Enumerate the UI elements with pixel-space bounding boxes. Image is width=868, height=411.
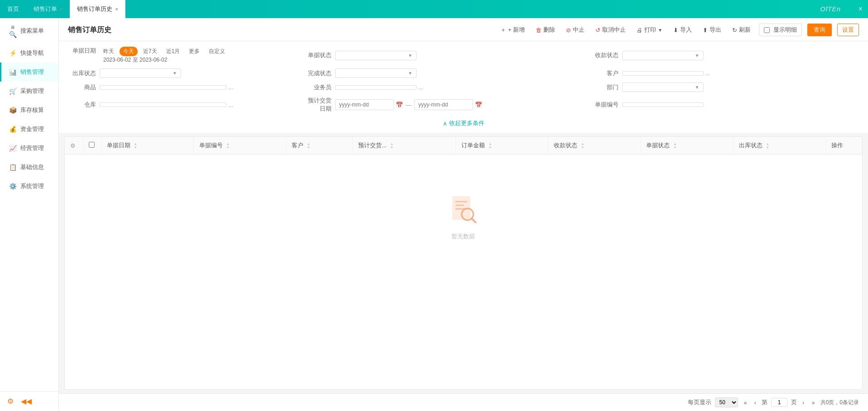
tab-sales-order-history[interactable]: 销售订单历史 × [70, 0, 125, 18]
sort-order-no-icon[interactable]: ▲▼ [226, 142, 230, 150]
table-settings-icon[interactable]: ⚙ [70, 142, 76, 149]
cancel-stop-icon: ↺ [595, 27, 600, 34]
cancel-stop-button[interactable]: ↺ 取消中止 [593, 24, 628, 36]
date-tab-yesterday[interactable]: 昨天 [100, 47, 118, 56]
filter-row-2: 出库状态 ▼ 完成状态 ▼ 客户 ... [68, 68, 859, 78]
department-select[interactable]: ▼ [622, 82, 704, 92]
sidebar-item-system-label: 系统管理 [20, 182, 44, 190]
tab-sales-order-history-close[interactable]: × [115, 6, 118, 12]
delivery-status-select[interactable]: ▼ [100, 68, 181, 78]
warehouse-input[interactable] [100, 102, 226, 107]
stop-icon: ⊘ [566, 27, 571, 34]
order-no-input[interactable] [622, 102, 704, 107]
customer-input[interactable] [622, 71, 704, 76]
th-delivery-status: 出库状态 ▲▼ [733, 137, 825, 155]
tab-home[interactable]: 首页 [0, 0, 26, 18]
table-header-row: ⚙ 单据日期 ▲▼ 单据编号 ▲▼ [65, 137, 862, 155]
salesperson-input[interactable] [335, 85, 417, 90]
th-checkbox [83, 137, 101, 155]
query-button[interactable]: 查询 [807, 24, 832, 36]
print-button[interactable]: 🖨 打印 ▼ [634, 24, 665, 36]
collapse-button[interactable]: ∧ 收起更多条件 [68, 117, 859, 127]
customer-ellipsis[interactable]: ... [704, 70, 712, 77]
sidebar-item-search-menu[interactable]: ≡🔍 搜索菜单 [0, 18, 58, 44]
sidebar-item-inventory[interactable]: 📦 库存核算 [0, 101, 58, 120]
date-tab-more[interactable]: 更多 [185, 47, 203, 56]
settings-button[interactable]: 设置 [837, 24, 859, 36]
sort-date-icon[interactable]: ▲▼ [134, 142, 137, 150]
date-from-input[interactable] [335, 99, 394, 110]
select-all-checkbox[interactable] [89, 142, 95, 148]
sidebar-collapse-icon[interactable]: ◀◀ [21, 397, 32, 406]
page-input[interactable] [771, 398, 787, 407]
last-page-button[interactable]: » [810, 398, 816, 407]
display-detail-checkbox[interactable] [764, 27, 770, 33]
sidebar-item-quick-nav[interactable]: ⚡ 快捷导航 [0, 44, 58, 63]
per-page-select[interactable]: 20 50 100 [715, 397, 738, 407]
import-button[interactable]: ⬇ 导入 [671, 24, 695, 36]
table-container: ⚙ 单据日期 ▲▼ 单据编号 ▲▼ [64, 136, 863, 390]
new-button[interactable]: ＋ + 新增 [498, 24, 528, 36]
th-expected-date-label: 预计交货... [358, 142, 387, 149]
collapse-up-icon: ∧ [443, 120, 447, 127]
tab-sales-order-close[interactable]: × [60, 6, 62, 12]
sidebar-item-basic-info[interactable]: 📋 基础信息 [0, 158, 58, 177]
sidebar-item-sales-mgmt[interactable]: 📊 销售管理 [0, 63, 58, 82]
inventory-icon: 📦 [9, 106, 17, 114]
product-ellipsis[interactable]: ... [226, 84, 235, 91]
per-page-label: 每页显示 [688, 398, 711, 406]
sort-order-status-icon[interactable]: ▲▼ [673, 142, 677, 150]
new-label: + 新增 [508, 26, 525, 34]
date-tabs: 昨天 今天 近7天 近1月 更多 自定义 [100, 47, 229, 56]
th-expected-date: 预计交货... ▲▼ [352, 137, 456, 155]
salesperson-ellipsis[interactable]: ... [417, 84, 425, 91]
next-page-button[interactable]: › [801, 398, 806, 407]
sidebar-item-operations[interactable]: 📈 经营管理 [0, 139, 58, 158]
receipt-status-label: 收款状态 [590, 51, 622, 59]
sidebar-item-finance[interactable]: 💰 资金管理 [0, 120, 58, 139]
filter-row-3: 商品 ... 业务员 ... 部门 ▼ [68, 82, 859, 92]
export-button[interactable]: ⬆ 导出 [700, 24, 724, 36]
product-input[interactable] [100, 85, 226, 90]
warehouse-label: 仓库 [68, 101, 100, 109]
date-tab-1month[interactable]: 近1月 [163, 47, 184, 56]
empty-cell: 暂无数据 [65, 155, 862, 277]
topbar-close-button[interactable]: × [858, 5, 863, 13]
delete-button[interactable]: 🗑 删除 [533, 24, 558, 36]
sidebar-settings-icon[interactable]: ⚙ [7, 397, 14, 406]
refresh-button[interactable]: ↻ 刷新 [729, 24, 753, 36]
stop-button[interactable]: ⊘ 中止 [563, 24, 587, 36]
sort-receipt-status-icon[interactable]: ▲▼ [581, 142, 585, 150]
sort-delivery-status-icon[interactable]: ▲▼ [766, 142, 769, 150]
date-tab-custom[interactable]: 自定义 [205, 47, 229, 56]
sort-expected-date-icon[interactable]: ▲▼ [390, 142, 393, 150]
delete-label: 删除 [543, 26, 555, 34]
date-to-calendar-icon[interactable]: 📅 [475, 102, 482, 108]
prev-page-button[interactable]: ‹ [753, 398, 758, 407]
status-arrow-icon: ▼ [408, 53, 412, 58]
sort-amount-icon[interactable]: ▲▼ [489, 142, 492, 150]
warehouse-ellipsis[interactable]: ... [226, 102, 235, 108]
date-tab-today[interactable]: 今天 [120, 47, 138, 56]
receipt-status-select[interactable]: ▼ [622, 51, 704, 60]
status-select[interactable]: ▼ [335, 51, 417, 60]
sidebar-item-system[interactable]: ⚙️ 系统管理 [0, 177, 58, 196]
th-order-no: 单据编号 ▲▼ [193, 137, 286, 155]
sidebar-item-quick-nav-label: 快捷导航 [20, 49, 44, 57]
complete-status-select[interactable]: ▼ [335, 68, 417, 78]
th-date: 单据日期 ▲▼ [101, 137, 193, 155]
date-to-input[interactable] [414, 99, 473, 110]
delivery-arrow-icon: ▼ [173, 71, 177, 76]
customer-label: 客户 [590, 69, 622, 77]
tab-list: 首页 销售订单 × 销售订单历史 × [0, 0, 853, 18]
import-label: 导入 [680, 26, 692, 34]
filter-area: 单据日期 昨天 今天 近7天 近1月 更多 自定义 2023-06-02 至 2… [59, 41, 868, 133]
date-from-calendar-icon[interactable]: 📅 [396, 102, 403, 108]
sidebar-item-purchase-mgmt[interactable]: 🛒 采购管理 [0, 82, 58, 101]
page-title: 销售订单历史 [68, 25, 111, 35]
display-detail-button[interactable]: 显示明细 [759, 24, 802, 36]
tab-sales-order[interactable]: 销售订单 × [26, 0, 70, 18]
first-page-button[interactable]: « [742, 398, 748, 407]
date-tab-7days[interactable]: 近7天 [139, 47, 161, 56]
sort-customer-icon[interactable]: ▲▼ [307, 142, 311, 150]
